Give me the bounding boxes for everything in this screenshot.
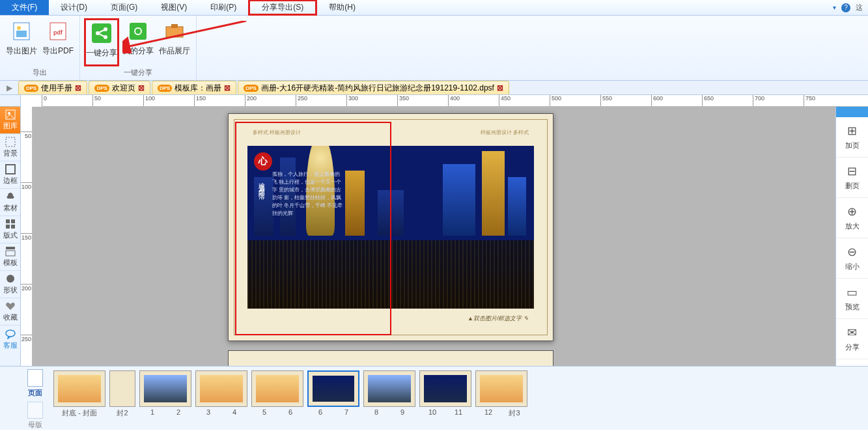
thumbnail-strip: 页面 母版 封底 - 封面 封2 12 34 56 67 89 1011 12封…: [0, 366, 868, 430]
sidebar-material[interactable]: 素材: [0, 189, 20, 216]
close-icon[interactable]: ⊠: [497, 83, 503, 92]
thumb-spread-1-2[interactable]: [139, 370, 191, 407]
page-spread[interactable]: 多样式 样板画册设计样板画册设计 多样式 心 难遇夕阳: [228, 113, 553, 341]
selection-box[interactable]: [235, 122, 391, 335]
sidebar-service[interactable]: 客服: [0, 326, 20, 353]
zoom-out-button[interactable]: ⊖缩小: [836, 238, 868, 279]
thumb-cover[interactable]: [53, 370, 105, 407]
thumb-spread-3-4[interactable]: [195, 370, 247, 407]
thumb-spread-9-10[interactable]: [363, 370, 415, 407]
thumb-page-4: 4: [221, 408, 247, 419]
svg-rect-5: [92, 23, 111, 43]
svg-point-26: [7, 275, 14, 283]
svg-rect-19: [6, 165, 15, 174]
zoom-in-label: 放大: [845, 221, 860, 231]
thumb-page-1: 1: [139, 408, 165, 419]
delete-page-button[interactable]: ⊟删页: [836, 158, 868, 198]
menu-file[interactable]: 文件(F): [0, 0, 49, 15]
overflow-icon[interactable]: 这: [856, 3, 863, 12]
svg-rect-13: [166, 27, 183, 37]
thumb-spread-7-8[interactable]: [307, 370, 359, 407]
sidebar-favorite[interactable]: 收藏: [0, 298, 20, 326]
close-icon[interactable]: ⊠: [75, 83, 81, 92]
thumb-spread-5-6[interactable]: [251, 370, 303, 407]
share-alt-icon: [128, 21, 148, 42]
dps-badge-icon: DPS: [94, 85, 109, 92]
share-label: 分享: [845, 342, 860, 352]
delete-page-icon: ⊟: [847, 164, 857, 178]
add-page-button[interactable]: ⊞加页: [836, 117, 868, 158]
page-tab[interactable]: 页面: [28, 388, 42, 398]
add-page-label: 加页: [845, 141, 860, 150]
sidebar-layout[interactable]: 版式: [0, 216, 20, 243]
svg-rect-23: [11, 225, 15, 229]
gallery-button[interactable]: 作品展厅: [157, 18, 192, 66]
thumb-page-3: 3: [195, 408, 221, 419]
share-button[interactable]: ✉分享: [836, 319, 868, 359]
svg-point-2: [17, 26, 21, 30]
sidebar-template[interactable]: 模板: [0, 243, 20, 271]
close-icon[interactable]: ⊠: [138, 83, 145, 92]
menu-share-export[interactable]: 分享导出(S): [248, 0, 317, 16]
sidebar-background[interactable]: 背景: [0, 134, 20, 161]
one-click-share-label: 一键分享: [86, 48, 117, 59]
gallery-label: 作品展厅: [159, 46, 190, 57]
my-share-label: 我的分享: [122, 46, 154, 57]
close-icon[interactable]: ⊠: [224, 83, 231, 92]
ribbon: 导出图片 pdf 导出PDF 导出 一键分享 我的分享 作品展厅 一键分享: [0, 16, 868, 81]
zoom-in-button[interactable]: ⊕放大: [836, 198, 868, 238]
tab-template-lib-label: 模板库：画册: [175, 83, 221, 94]
help-icon[interactable]: ?: [841, 3, 850, 12]
tab-welcome[interactable]: DPS欢迎页⊠: [89, 81, 150, 94]
tab-welcome-label: 欢迎页: [112, 83, 135, 94]
thumb-page-12: 12: [475, 408, 501, 419]
next-page-spread-peek: [228, 350, 553, 366]
canvas[interactable]: 多样式 样板画册设计样板画册设计 多样式 心 难遇夕阳: [33, 107, 835, 366]
svg-rect-25: [6, 251, 15, 256]
svg-rect-11: [130, 23, 147, 40]
sidebar-template-label: 模板: [3, 258, 18, 268]
export-image-button[interactable]: 导出图片: [4, 18, 39, 66]
thumb-cover2[interactable]: [109, 370, 135, 407]
one-click-share-button[interactable]: 一键分享: [84, 18, 119, 66]
sidebar-layout-label: 版式: [3, 230, 18, 240]
thumb-spread-11-12[interactable]: [419, 370, 471, 407]
svg-text:pdf: pdf: [53, 29, 63, 36]
thumb-page-11: 11: [445, 408, 471, 419]
dps-badge-icon: DPS: [158, 85, 172, 92]
sidebar-shape[interactable]: 形状: [0, 271, 20, 298]
tab-template-lib[interactable]: DPS模板库：画册⊠: [152, 81, 236, 94]
sidebar-border[interactable]: 边框: [0, 161, 20, 189]
group-export-label: 导出: [4, 66, 76, 80]
tab-current-label: 画册-大16开硬壳精装-简约风旅行日记旅游纪念册191219-1102.dpsf: [261, 83, 494, 94]
sidebar-library[interactable]: 图库: [0, 107, 20, 134]
thumb-spread-end[interactable]: [475, 370, 527, 407]
menu-page[interactable]: 页面(G): [99, 0, 149, 15]
tab-manual-label: 使用手册: [41, 83, 72, 94]
document-tabs: ▶ DPS使用手册⊠ DPS欢迎页⊠ DPS模板库：画册⊠ DPS画册-大16开…: [0, 81, 868, 95]
ruler-horizontal: 0501001502002503003504004505005506006507…: [42, 95, 835, 107]
tab-manual[interactable]: DPS使用手册⊠: [18, 81, 87, 94]
preview-button[interactable]: ▭预览: [836, 279, 868, 319]
menu-design[interactable]: 设计(D): [49, 0, 99, 15]
zoom-out-label: 缩小: [845, 262, 860, 271]
photo-caption: ▲双击图片/框选文字 ✎: [468, 314, 529, 323]
my-share-button[interactable]: 我的分享: [120, 18, 156, 66]
master-tab[interactable]: 母版: [28, 420, 42, 430]
ribbon-group-export: 导出图片 pdf 导出PDF 导出: [0, 16, 80, 80]
menu-help[interactable]: 帮助(H): [317, 0, 367, 15]
menu-view[interactable]: 视图(V): [149, 0, 199, 15]
thumb-page-2: 2: [165, 408, 191, 419]
thumbnails: 封底 - 封面 封2 12 34 56 67 89 1011 12封3: [49, 367, 868, 430]
bottom-tab-switcher: 页面 母版: [21, 367, 49, 430]
right-panel-collapse[interactable]: [836, 107, 868, 117]
chevron-down-icon[interactable]: ▾: [833, 4, 836, 11]
tab-scroll-left[interactable]: ▶: [0, 81, 18, 94]
menu-print[interactable]: 印刷(P): [199, 0, 248, 15]
page-tab-icon: [27, 369, 43, 387]
tab-current-document[interactable]: DPS画册-大16开硬壳精装-简约风旅行日记旅游纪念册191219-1102.d…: [238, 81, 509, 94]
export-pdf-button[interactable]: pdf 导出PDF: [40, 18, 76, 66]
share-green-icon: [91, 23, 112, 44]
thumb-page-6b: 6: [307, 408, 333, 419]
thumb-page-8: 8: [363, 408, 389, 419]
